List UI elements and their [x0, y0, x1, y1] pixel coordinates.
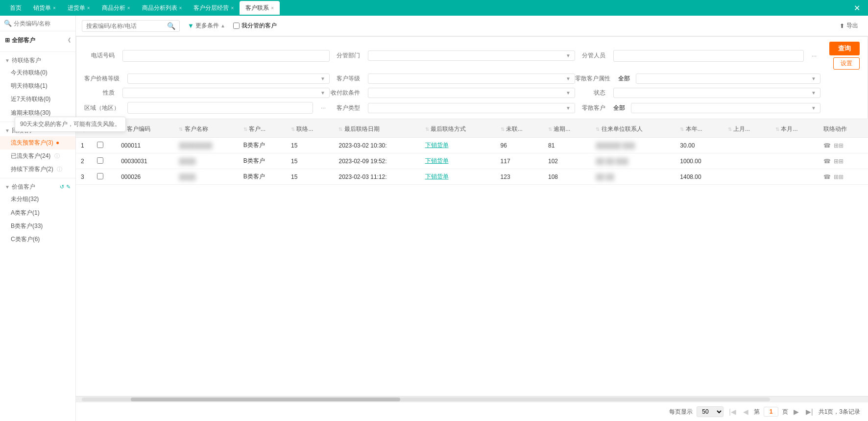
filter-input-manager[interactable]: [613, 50, 804, 62]
sidebar-item-tomorrow-pending[interactable]: 明天待联络(1): [0, 79, 75, 93]
filter-select-customer-level[interactable]: ▼: [368, 74, 575, 84]
filter-cell-zero-customer: 零散客户 全部 ▼: [575, 103, 820, 113]
td-overdue-1: 81: [543, 138, 591, 153]
td-contact-2: 15: [286, 153, 334, 169]
last-page-button[interactable]: ▶|: [804, 408, 815, 416]
horizontal-scrollbar[interactable]: [76, 396, 868, 402]
filter-row-1: 电话号码 分管部门 ▼ 分管人员 ··· 查询 设置: [84, 42, 860, 70]
sidebar-item-class-c[interactable]: C类客户(6): [0, 233, 75, 246]
first-page-button[interactable]: |◀: [727, 408, 738, 416]
td-actions-3: ☎ ⊞⊞: [819, 169, 868, 185]
export-button[interactable]: ⬆ 导出: [836, 20, 862, 32]
last-method-link-2[interactable]: 下销货单: [425, 157, 449, 164]
main-search-input[interactable]: [86, 23, 165, 29]
content-area: 🔍 ▼ 更多条件 ▲ 我分管的客户 ⬆ 导出: [76, 16, 868, 421]
sidebar-item-class-b[interactable]: B类客户(33): [0, 220, 75, 233]
sidebar-group-pending-contact[interactable]: ▼ 待联络客户: [0, 54, 75, 66]
value-group-edit-icon[interactable]: ↺: [60, 184, 64, 190]
sidebar-item-ungrouped[interactable]: 未分组(32): [0, 193, 75, 206]
sidebar-item-today-pending[interactable]: 今天待联络(0): [0, 66, 75, 79]
tab-customer-segment-close[interactable]: ×: [231, 5, 234, 11]
filter-select-gender[interactable]: ▼: [122, 88, 330, 98]
filter-cell-phone: 电话号码: [84, 50, 330, 62]
filter-input-region[interactable]: [127, 102, 313, 114]
settings-button[interactable]: 设置: [833, 57, 860, 70]
current-page-input[interactable]: [764, 407, 778, 417]
nav-close-button[interactable]: ✕: [850, 3, 864, 13]
filter-select-zero-customer[interactable]: ▼: [631, 103, 820, 113]
tab-goods-analysis-close[interactable]: ×: [127, 5, 130, 11]
filter-select-status[interactable]: ▼: [613, 88, 820, 98]
tab-goods-analysis[interactable]: 商品分析 ×: [96, 1, 136, 15]
filter-cell-region: 区域（地区） ···: [84, 102, 330, 114]
action-phone-icon-3[interactable]: ☎: [823, 173, 831, 180]
filter-input-phone[interactable]: [122, 50, 330, 62]
value-group-settings-icon[interactable]: ✎: [66, 184, 71, 190]
sidebar-item-class-a[interactable]: A类客户(1): [0, 206, 75, 220]
filter-select-price-level[interactable]: ▼: [127, 74, 330, 84]
row-2-checkbox[interactable]: [97, 157, 103, 164]
th-contact-sort-icon: ⇅: [291, 126, 295, 132]
filter-top-row: 🔍 ▼ 更多条件 ▲ 我分管的客户 ⬆ 导出: [82, 20, 862, 32]
row-3-checkbox[interactable]: [97, 173, 103, 179]
my-customers-checkbox[interactable]: [233, 23, 240, 29]
tab-customer-contact-close[interactable]: ×: [271, 5, 274, 11]
tab-goods-list-close[interactable]: ×: [179, 5, 182, 11]
tab-purchase[interactable]: 进货单 ×: [62, 1, 96, 15]
row-1-checkbox[interactable]: [97, 142, 103, 148]
table-row: 3 000026 ████ B类客户 15 2023-02-03 11:12: …: [76, 169, 868, 185]
filter-label-price-level: 客户价格等级: [84, 74, 123, 83]
action-more-icon-3[interactable]: ⊞⊞: [834, 173, 844, 180]
filter-select-zero-attr[interactable]: ▼: [636, 74, 820, 84]
tab-customer-segment[interactable]: 客户分层经营 ×: [188, 1, 240, 15]
filter-select-customer-type[interactable]: ▼: [368, 103, 575, 113]
filter-icon: ▼: [188, 22, 194, 29]
prev-page-button[interactable]: ◀: [742, 408, 750, 416]
tab-sales[interactable]: 销货单 ×: [27, 1, 62, 15]
sidebar-group-value[interactable]: ▼ 价值客户 ↺ ✎: [0, 180, 75, 193]
filter-select-payment[interactable]: ▼: [368, 88, 575, 98]
action-phone-icon-2[interactable]: ☎: [823, 158, 831, 165]
sidebar-item-declining[interactable]: 持续下滑客户(2) ⓘ: [0, 163, 75, 176]
tab-customer-contact[interactable]: 客户联系 ×: [240, 1, 280, 15]
contact-person-2: ██ ██ ███: [596, 158, 628, 165]
scrollbar-thumb[interactable]: [131, 397, 400, 401]
tab-home[interactable]: 首页: [4, 1, 27, 15]
sidebar-item-week-pending[interactable]: 近7天待联络(0): [0, 93, 75, 106]
filter-dots-region[interactable]: ···: [317, 104, 330, 111]
action-phone-icon-1[interactable]: ☎: [823, 142, 831, 149]
churn-warning-dot: ●: [56, 139, 59, 146]
filter-select-department[interactable]: ▼: [368, 50, 575, 61]
filter-cell-department: 分管部门 ▼: [330, 50, 575, 61]
sidebar-group-pending-label: 待联络客户: [12, 56, 41, 65]
td-last-date-1: 2023-03-02 10:30:: [334, 138, 420, 153]
action-more-icon-2[interactable]: ⊞⊞: [834, 158, 844, 165]
last-method-link-1[interactable]: 下销货单: [425, 142, 449, 149]
sidebar-all-customers[interactable]: ⊞全部客户 《: [0, 34, 75, 47]
tab-purchase-close[interactable]: ×: [87, 5, 90, 11]
per-page-select[interactable]: 50 100 200: [697, 406, 723, 417]
td-cb-1: [92, 138, 116, 153]
tab-purchase-label: 进货单: [68, 4, 85, 12]
sidebar-search-input[interactable]: [14, 20, 76, 27]
customer-name-3: ████: [179, 173, 195, 180]
filter-row-2: 客户价格等级 ▼ 客户等级 ▼ 零散客户属性 全部: [84, 74, 860, 84]
td-contact-person-1: ██████ ███: [591, 138, 675, 153]
last-method-link-3[interactable]: 下销货单: [425, 173, 449, 180]
tab-sales-close[interactable]: ×: [53, 5, 56, 11]
action-icons-2: ☎ ⊞⊞: [823, 158, 863, 165]
td-seq-1: 1: [76, 138, 92, 153]
action-more-icon-1[interactable]: ⊞⊞: [834, 142, 844, 149]
td-name-3: ████: [174, 169, 238, 185]
sidebar-item-churned[interactable]: 已流失客户(24) ⓘ: [0, 149, 75, 163]
filter-dots-manager[interactable]: ···: [808, 52, 820, 59]
my-customers-checkbox-wrap[interactable]: 我分管的客户: [233, 22, 277, 30]
td-overdue-2: 102: [543, 153, 591, 169]
sidebar-all-customers-label: ⊞全部客户: [5, 36, 35, 45]
sidebar-item-churn-warning[interactable]: 流失预警客户(3) ●: [0, 136, 75, 149]
main-search-icon[interactable]: 🔍: [167, 22, 175, 30]
more-conditions-button[interactable]: ▼ 更多条件 ▲: [184, 20, 229, 32]
query-button[interactable]: 查询: [829, 42, 860, 55]
tab-goods-list[interactable]: 商品分析列表 ×: [136, 1, 188, 15]
next-page-button[interactable]: ▶: [792, 408, 800, 416]
